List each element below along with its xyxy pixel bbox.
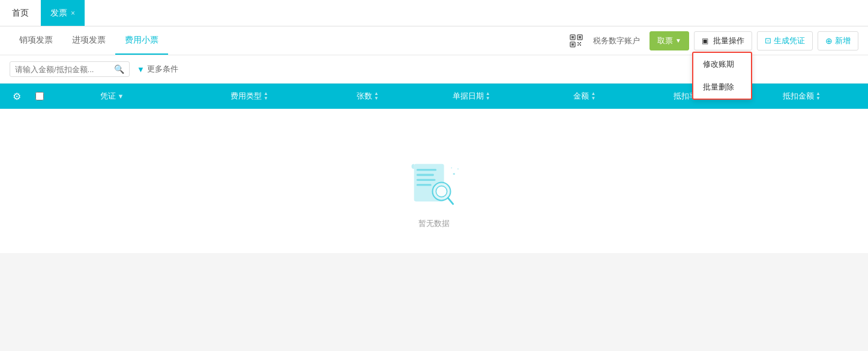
search-wrap[interactable]: 🔍 — [10, 61, 130, 77]
th-date: 单据日期 ▲ ▼ — [410, 91, 533, 102]
search-input[interactable] — [15, 65, 114, 74]
sort-down-icon: ▼ — [374, 96, 379, 101]
svg-point-20 — [457, 168, 459, 170]
th-amount: 金额 ▲ ▼ — [533, 91, 637, 102]
top-nav: 首页 发票 × — [0, 0, 868, 26]
svg-point-19 — [453, 173, 455, 175]
sort-down-icon: ▼ — [816, 96, 821, 101]
svg-rect-10 — [579, 43, 580, 44]
page-container: 首页 发票 × 销项发票 进项发票 费用小票 — [0, 0, 868, 351]
svg-rect-5 — [571, 43, 574, 46]
nav-tab-close-icon[interactable]: × — [71, 9, 75, 17]
pick-ticket-button[interactable]: 取票 ▼ — [649, 31, 689, 50]
pick-ticket-chevron: ▼ — [675, 37, 681, 44]
empty-state: 暂无数据 — [0, 109, 868, 253]
sub-tabs-bar: 销项发票 进项发票 费用小票 税务数字 — [0, 26, 868, 55]
empty-illustration — [404, 157, 464, 211]
th-deduct-label: 抵扣金额 — [783, 91, 814, 102]
bulk-dropdown-menu: 修改账期 批量删除 — [692, 52, 752, 100]
th-expense-type: 费用类型 ▲ ▼ — [173, 91, 325, 102]
th-expense-label: 费用类型 — [231, 91, 262, 102]
toolbar: 税务数字账户 取票 ▼ ▣ 批量操作 修改账期 批量删除 ⊡ — [168, 31, 858, 50]
more-filter-button[interactable]: ▼ 更多条件 — [137, 64, 178, 75]
th-expense-sort[interactable]: ▲ ▼ — [264, 91, 268, 101]
th-count-sort[interactable]: ▲ ▼ — [374, 91, 379, 101]
gear-icon: ⚙ — [13, 91, 21, 102]
svg-line-18 — [448, 198, 453, 204]
th-deduct-amount: 抵扣金额 ▲ ▼ — [740, 91, 863, 102]
tab-expense[interactable]: 费用小票 — [115, 26, 168, 55]
th-date-sort[interactable]: ▲ ▼ — [486, 91, 490, 101]
th-voucher-label: 凭证 — [100, 91, 116, 102]
empty-label: 暂无数据 — [418, 218, 450, 229]
svg-rect-7 — [580, 42, 581, 43]
dropdown-item-bulk-delete[interactable]: 批量删除 — [693, 76, 751, 99]
tax-digital-label[interactable]: 税务数字账户 — [588, 35, 645, 46]
add-new-label: 新增 — [835, 35, 851, 46]
nav-tab-label: 发票 — [50, 8, 67, 19]
add-new-button[interactable]: ⊕ 新增 — [818, 31, 858, 50]
th-amount-sort[interactable]: ▲ ▼ — [591, 91, 595, 101]
svg-rect-8 — [577, 44, 579, 46]
th-amount-label: 金额 — [573, 91, 589, 102]
svg-rect-13 — [417, 174, 434, 176]
svg-rect-1 — [571, 36, 574, 38]
pick-ticket-label: 取票 — [657, 35, 673, 46]
th-check[interactable] — [29, 92, 50, 100]
more-filter-label: 更多条件 — [147, 64, 178, 75]
select-all-checkbox[interactable] — [35, 92, 44, 100]
svg-rect-9 — [580, 44, 581, 46]
th-voucher: 凭证 ▼ — [50, 91, 173, 102]
bulk-operation-container: ▣ 批量操作 修改账期 批量删除 — [694, 31, 752, 50]
bulk-operation-label: 批量操作 — [713, 35, 744, 46]
svg-rect-15 — [417, 184, 432, 186]
tab-sales[interactable]: 销项发票 — [10, 26, 62, 55]
generate-voucher-label: 生成凭证 — [774, 35, 805, 46]
th-date-label: 单据日期 — [453, 91, 484, 102]
th-gear[interactable]: ⚙ — [5, 91, 29, 102]
svg-rect-12 — [417, 169, 436, 171]
generate-icon: ⊡ — [765, 36, 771, 45]
nav-home[interactable]: 首页 — [0, 0, 41, 26]
svg-point-21 — [451, 168, 452, 169]
svg-rect-3 — [579, 36, 581, 38]
sort-down-icon: ▼ — [264, 96, 268, 101]
svg-rect-6 — [577, 42, 579, 43]
sort-down-icon: ▼ — [486, 96, 490, 101]
th-count-label: 张数 — [357, 91, 372, 102]
add-icon: ⊕ — [825, 36, 833, 46]
tab-incoming[interactable]: 进项发票 — [62, 26, 115, 55]
th-count: 张数 ▲ ▼ — [325, 91, 410, 102]
svg-rect-14 — [417, 179, 436, 181]
dropdown-item-modify-period[interactable]: 修改账期 — [693, 53, 751, 76]
bulk-icon: ▣ — [702, 37, 708, 45]
nav-active-tab[interactable]: 发票 × — [41, 0, 85, 26]
svg-point-17 — [436, 186, 447, 197]
sort-down-icon: ▼ — [591, 96, 595, 101]
bulk-operation-button[interactable]: ▣ 批量操作 — [694, 31, 752, 50]
filter-icon: ▼ — [137, 65, 145, 74]
search-icon: 🔍 — [114, 64, 124, 74]
generate-voucher-button[interactable]: ⊡ 生成凭证 — [757, 31, 813, 50]
qr-code-icon[interactable] — [569, 34, 583, 48]
th-voucher-filter-icon[interactable]: ▼ — [118, 93, 124, 100]
th-deduct-sort[interactable]: ▲ ▼ — [816, 91, 821, 101]
